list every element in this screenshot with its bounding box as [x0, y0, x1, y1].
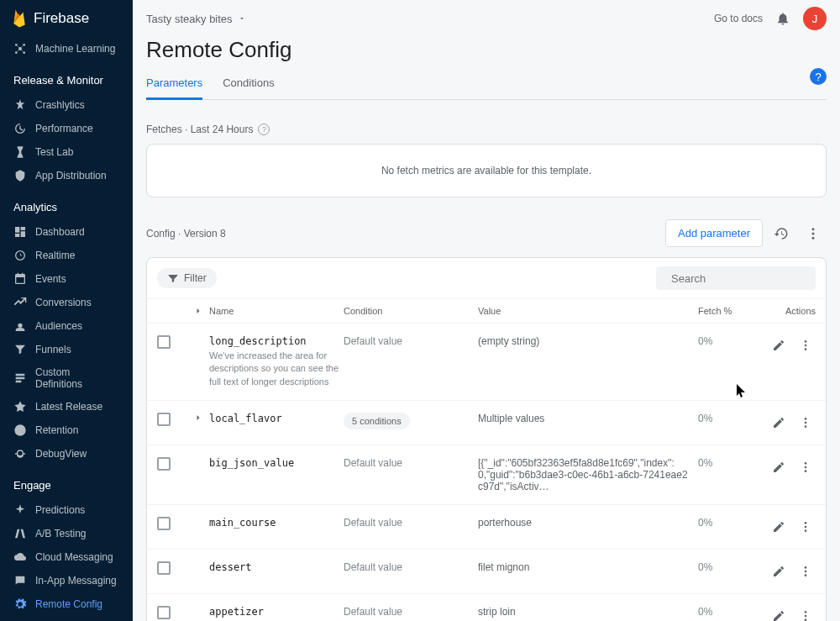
project-selector[interactable]: Tasty steaky bites: [146, 13, 246, 25]
sidebar-item-app-distribution[interactable]: App Distribution: [0, 164, 133, 187]
topbar: Tasty steaky bites Go to docs J: [133, 0, 840, 37]
svg-point-7: [812, 228, 815, 230]
row-menu-button[interactable]: [795, 517, 816, 537]
table-header-row: Name Condition Value Fetch % Actions: [147, 298, 826, 324]
svg-point-8: [812, 232, 815, 234]
sidebar-item-retention[interactable]: Retention: [0, 418, 133, 442]
sidebar-item-remote-config[interactable]: Remote Config: [0, 592, 133, 616]
row-menu-button[interactable]: [795, 606, 816, 621]
sidebar-item-latest-release[interactable]: Latest Release: [0, 395, 133, 418]
nav-label: DebugView: [35, 448, 87, 460]
sidebar-item-performance[interactable]: Performance: [0, 117, 133, 140]
nav-icon: [13, 597, 27, 611]
row-checkbox[interactable]: [157, 561, 171, 575]
nav-icon: [13, 343, 27, 356]
svg-point-15: [805, 426, 807, 429]
project-name: Tasty steaky bites: [146, 13, 233, 25]
add-parameter-button[interactable]: Add parameter: [665, 219, 763, 247]
sidebar-item-cloud-messaging[interactable]: Cloud Messaging: [0, 545, 133, 569]
sidebar-item-conversions[interactable]: Conversions: [0, 291, 133, 314]
param-row-dessert: dessertDefault valuefilet mignon0%: [147, 550, 826, 594]
row-checkbox[interactable]: [157, 457, 171, 471]
param-name: main_course: [209, 517, 344, 529]
sidebar-item-test-lab[interactable]: Test Lab: [0, 140, 133, 164]
row-checkbox[interactable]: [157, 335, 171, 349]
sidebar-item-predictions[interactable]: Predictions: [0, 498, 133, 522]
more-vert-icon: [799, 520, 812, 534]
info-icon[interactable]: ?: [258, 124, 270, 135]
filter-button[interactable]: Filter: [157, 268, 217, 288]
config-version-label: Config · Version 8: [146, 228, 226, 239]
tabs: Parameters Conditions ?: [146, 68, 827, 100]
fetch-percent: 0%: [698, 517, 748, 529]
param-value: Multiple values: [478, 413, 698, 424]
row-menu-button[interactable]: [795, 335, 816, 355]
edit-button[interactable]: [769, 335, 789, 355]
edit-button[interactable]: [769, 561, 789, 582]
pencil-icon: [772, 416, 785, 429]
sidebar-item-in-app-messaging[interactable]: In-App Messaging: [0, 569, 133, 592]
row-checkbox[interactable]: [157, 413, 171, 426]
help-button[interactable]: ?: [810, 68, 827, 85]
row-menu-button[interactable]: [795, 561, 816, 582]
sidebar-item-dashboard[interactable]: Dashboard: [0, 220, 133, 244]
history-button[interactable]: [768, 220, 795, 247]
nav-icon: [13, 447, 27, 460]
svg-point-21: [805, 530, 807, 533]
notifications-button[interactable]: [773, 8, 793, 29]
more-vert-icon: [799, 416, 812, 429]
fetch-percent: 0%: [698, 413, 748, 424]
condition-text: Default value: [344, 335, 402, 347]
overflow-menu-button[interactable]: [800, 220, 827, 247]
sidebar-item-dynamic-links[interactable]: Dynamic Links: [0, 616, 133, 621]
sidebar-item-machine-learning[interactable]: Machine Learning: [0, 37, 133, 61]
svg-point-25: [805, 611, 807, 613]
nav-icon: [13, 122, 27, 135]
sidebar-item-crashlytics[interactable]: Crashlytics: [0, 93, 133, 117]
nav-icon: [13, 296, 27, 309]
svg-point-20: [805, 526, 807, 529]
sidebar-item-audiences[interactable]: Audiences: [0, 314, 133, 338]
search-input[interactable]: [671, 272, 812, 285]
tab-parameters[interactable]: Parameters: [146, 68, 202, 100]
more-vert-icon: [799, 339, 812, 352]
docs-link[interactable]: Go to docs: [714, 13, 763, 24]
fetch-percent: 0%: [698, 335, 748, 347]
param-value: [{"_id":"605bf32363ef5fa8d8e1fc69","inde…: [478, 457, 698, 492]
nav-label: Crashlytics: [35, 99, 85, 111]
nav-label: Test Lab: [35, 146, 73, 158]
expand-all-button[interactable]: [187, 306, 209, 316]
svg-point-22: [805, 566, 807, 569]
param-name: big_json_value: [209, 457, 344, 469]
condition-text: Default value: [344, 517, 402, 529]
filter-icon: [167, 272, 179, 284]
brand-logo[interactable]: Firebase: [0, 0, 133, 37]
param-row-long_description: long_descriptionWe've increased the area…: [147, 324, 826, 401]
edit-button[interactable]: [769, 457, 789, 477]
svg-point-4: [23, 51, 25, 54]
sidebar-item-realtime[interactable]: Realtime: [0, 244, 133, 267]
row-checkbox[interactable]: [157, 517, 171, 530]
edit-button[interactable]: [769, 606, 789, 621]
row-menu-button[interactable]: [795, 413, 816, 433]
expand-row-button[interactable]: [187, 413, 209, 423]
tab-conditions[interactable]: Conditions: [223, 68, 274, 99]
edit-button[interactable]: [769, 413, 789, 433]
row-checkbox[interactable]: [157, 606, 171, 619]
sidebar-item-debugview[interactable]: DebugView: [0, 442, 133, 466]
nav-label: Dashboard: [35, 226, 85, 238]
sidebar-item-a-b-testing[interactable]: A/B Testing: [0, 522, 133, 545]
row-menu-button[interactable]: [795, 457, 816, 477]
edit-button[interactable]: [769, 517, 789, 537]
svg-point-18: [805, 471, 807, 473]
nav-label: Predictions: [35, 504, 85, 516]
fetches-label: Fetches · Last 24 Hours: [146, 124, 253, 135]
avatar[interactable]: J: [803, 7, 827, 30]
nav-header-analytics: Analytics: [0, 194, 133, 220]
sidebar-item-events[interactable]: Events: [0, 267, 133, 291]
sidebar-item-funnels[interactable]: Funnels: [0, 338, 133, 361]
param-value: filet mignon: [478, 561, 698, 573]
search-box[interactable]: [656, 266, 816, 290]
sidebar: Firebase Machine Learning Release & Moni…: [0, 0, 133, 621]
sidebar-item-custom-definitions[interactable]: Custom Definitions: [0, 361, 133, 395]
